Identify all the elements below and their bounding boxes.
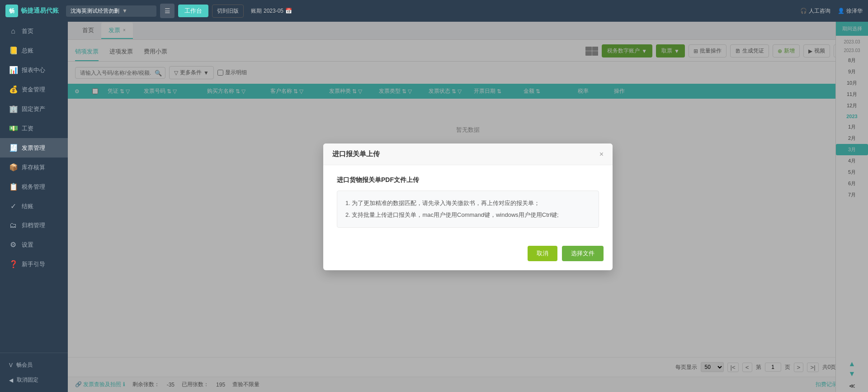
modal-header: 进口报关单上传 × [323, 143, 613, 165]
sidebar-label-invoice: 发票管理 [22, 144, 45, 152]
top-bar: 畅 畅捷通易代账 沈海英测试经营勿删 ▼ ☰ 工作台 切到旧版 账期 2023-… [0, 0, 868, 22]
sidebar-item-settle[interactable]: ✓ 结账 [0, 196, 68, 216]
modal-select-file-button[interactable]: 选择文件 [562, 246, 604, 261]
sidebar-label-inventory: 库存核算 [22, 163, 45, 172]
user-avatar-icon: 👤 [838, 8, 844, 14]
modal-close-icon: × [599, 150, 604, 158]
sidebar-item-salary[interactable]: 💵 工资 [0, 119, 68, 138]
company-arrow-icon: ▼ [122, 8, 127, 14]
sidebar: ⌂ 首页 📒 总账 📊 报表中心 💰 资金管理 🏢 固定资产 💵 工资 [0, 22, 68, 392]
sidebar-label-report: 报表中心 [22, 66, 45, 74]
service-label: 人工咨询 [809, 7, 830, 15]
sidebar-label-salary: 工资 [22, 124, 33, 133]
home-icon: ⌂ [9, 27, 17, 35]
sidebar-label-ledger: 总账 [22, 47, 33, 55]
modal-info-box: 1. 为了更加精准的数据匹配，请先录入海关缴款书，再上传对应的报关单； 2. 支… [337, 191, 599, 228]
user-info[interactable]: 👤 徐泽华 [838, 7, 863, 15]
sidebar-item-invoice[interactable]: 🧾 发票管理 [0, 138, 68, 158]
app-container: 畅 畅捷通易代账 沈海英测试经营勿删 ▼ ☰ 工作台 切到旧版 账期 2023-… [0, 0, 868, 392]
guide-icon: ❓ [9, 260, 17, 268]
archive-icon: 🗂 [9, 221, 17, 229]
sidebar-label-tax: 税务管理 [22, 183, 45, 191]
sidebar-label-archive: 归档管理 [22, 221, 45, 229]
modal-overlay[interactable]: 进口报关单上传 × 进口货物报关单PDF文件上传 1. 为了更加精准的数据匹配，… [68, 22, 868, 392]
modal-cancel-button[interactable]: 取消 [528, 246, 557, 261]
period-value: 2023-05 [264, 8, 283, 14]
modal-footer: 取消 选择文件 [323, 239, 613, 270]
headphone-icon: 🎧 [800, 8, 807, 14]
customer-service[interactable]: 🎧 人工咨询 [800, 7, 830, 15]
top-bar-right: 🎧 人工咨询 👤 徐泽华 [800, 7, 863, 15]
old-version-button[interactable]: 切到旧版 [212, 5, 244, 18]
sidebar-label-guide: 新手引导 [22, 260, 45, 268]
sidebar-item-archive[interactable]: 🗂 归档管理 [0, 216, 68, 235]
workspace-button[interactable]: 工作台 [178, 5, 208, 17]
sidebar-item-report[interactable]: 📊 报表中心 [0, 60, 68, 80]
pin-icon: ◀ [9, 377, 13, 383]
sidebar-item-asset[interactable]: 🏢 固定资产 [0, 99, 68, 119]
sidebar-label-fund: 资金管理 [22, 86, 45, 94]
calendar-icon[interactable]: 📅 [285, 8, 292, 14]
period-info: 账期 2023-05 📅 [251, 7, 292, 15]
sidebar-label-member: 畅会员 [16, 361, 33, 369]
content-area: 首页 发票 × 销项发票 进项发票 费用小 [68, 22, 868, 392]
period-label: 账期 [251, 7, 262, 15]
asset-icon: 🏢 [9, 105, 17, 113]
sidebar-item-inventory[interactable]: 📦 库存核算 [0, 158, 68, 177]
modal-section-title: 进口货物报关单PDF文件上传 [337, 176, 599, 184]
inventory-icon: 📦 [9, 163, 17, 172]
modal-info-item-1: 1. 为了更加精准的数据匹配，请先录入海关缴款书，再上传对应的报关单； [345, 197, 590, 209]
sidebar-item-guide[interactable]: ❓ 新手引导 [0, 254, 68, 274]
sidebar-item-home[interactable]: ⌂ 首页 [0, 22, 68, 41]
app-logo: 畅 畅捷通易代账 [5, 5, 59, 17]
sidebar-bottom: V 畅会员 ◀ 取消固定 [0, 353, 68, 392]
salary-icon: 💵 [9, 124, 17, 133]
invoice-icon: 🧾 [9, 143, 17, 152]
settings-icon: ⚙ [9, 240, 17, 249]
company-action-icon[interactable]: ☰ [160, 4, 175, 18]
sidebar-label-cancel-pin: 取消固定 [17, 376, 38, 384]
ledger-icon: 📒 [9, 46, 17, 55]
report-icon: 📊 [9, 66, 17, 74]
sidebar-label-home: 首页 [22, 27, 33, 35]
logo-icon: 畅 [5, 5, 18, 17]
modal-close-button[interactable]: × [599, 150, 604, 158]
member-icon: V [9, 362, 13, 368]
sidebar-item-settings[interactable]: ⚙ 设置 [0, 235, 68, 254]
sidebar-item-cancel-pin[interactable]: ◀ 取消固定 [0, 373, 68, 387]
modal-title: 进口报关单上传 [332, 150, 380, 158]
sidebar-item-ledger[interactable]: 📒 总账 [0, 41, 68, 60]
modal-info-item-2: 2. 支持批量上传进口报关单，mac用户使用Command键，windows用户… [345, 209, 590, 221]
main-area: ⌂ 首页 📒 总账 📊 报表中心 💰 资金管理 🏢 固定资产 💵 工资 [0, 22, 868, 392]
app-logo-text: 畅捷通易代账 [21, 7, 59, 15]
settle-icon: ✓ [9, 202, 17, 210]
sidebar-label-settings: 设置 [22, 241, 33, 249]
sidebar-item-fund[interactable]: 💰 资金管理 [0, 80, 68, 99]
fund-icon: 💰 [9, 85, 17, 94]
modal: 进口报关单上传 × 进口货物报关单PDF文件上传 1. 为了更加精准的数据匹配，… [323, 143, 613, 270]
company-selector[interactable]: 沈海英测试经营勿删 ▼ [66, 5, 156, 17]
tax-icon: 📋 [9, 182, 17, 191]
user-name: 徐泽华 [846, 7, 863, 15]
sidebar-item-member[interactable]: V 畅会员 [0, 358, 68, 373]
modal-body: 进口货物报关单PDF文件上传 1. 为了更加精准的数据匹配，请先录入海关缴款书，… [323, 165, 613, 239]
sidebar-label-settle: 结账 [22, 202, 33, 210]
sidebar-label-asset: 固定资产 [22, 105, 45, 113]
top-bar-actions: 工作台 切到旧版 账期 2023-05 📅 [178, 5, 292, 18]
company-name: 沈海英测试经营勿删 [71, 7, 119, 15]
sidebar-item-tax[interactable]: 📋 税务管理 [0, 177, 68, 196]
